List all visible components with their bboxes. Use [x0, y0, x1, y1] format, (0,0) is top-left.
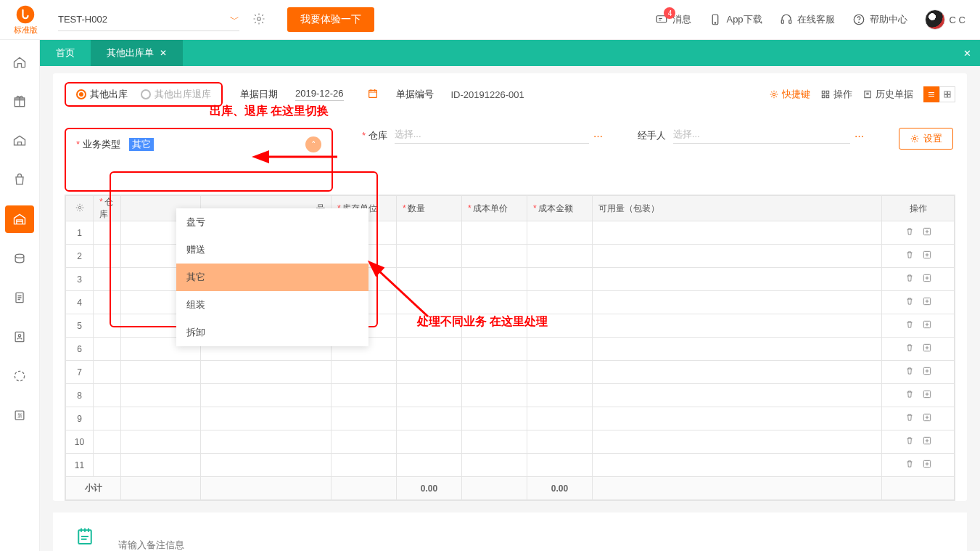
header-app[interactable]: App下载 — [709, 13, 762, 26]
logo: 标准版 — [7, 4, 44, 36]
chevron-down-icon: ﹀ — [230, 13, 239, 26]
svg-point-0 — [17, 5, 35, 23]
header-user[interactable]: C C — [925, 9, 965, 30]
headset-icon — [780, 13, 793, 26]
svg-point-1 — [258, 17, 261, 20]
store-name: TEST-H002 — [58, 14, 107, 25]
svg-point-8 — [858, 22, 859, 23]
logo-icon — [15, 4, 36, 25]
phone-icon — [709, 13, 722, 26]
svg-point-4 — [715, 23, 717, 24]
avatar — [925, 9, 945, 30]
header-help[interactable]: 帮助中心 — [852, 13, 907, 26]
header-service[interactable]: 在线客服 — [780, 13, 835, 26]
top-header: 标准版 TEST-H002 ﹀ 我要体验一下 4 消息 App下载 在线客服 帮… — [0, 0, 980, 40]
logo-text: 标准版 — [14, 25, 38, 36]
svg-rect-6 — [788, 20, 791, 24]
help-icon — [852, 13, 865, 26]
cta-button[interactable]: 我要体验一下 — [287, 7, 374, 32]
svg-rect-5 — [781, 20, 783, 24]
header-msg[interactable]: 4 消息 — [655, 13, 691, 26]
store-select[interactable]: TEST-H002 ﹀ — [58, 8, 239, 31]
gear-icon[interactable] — [252, 12, 265, 28]
